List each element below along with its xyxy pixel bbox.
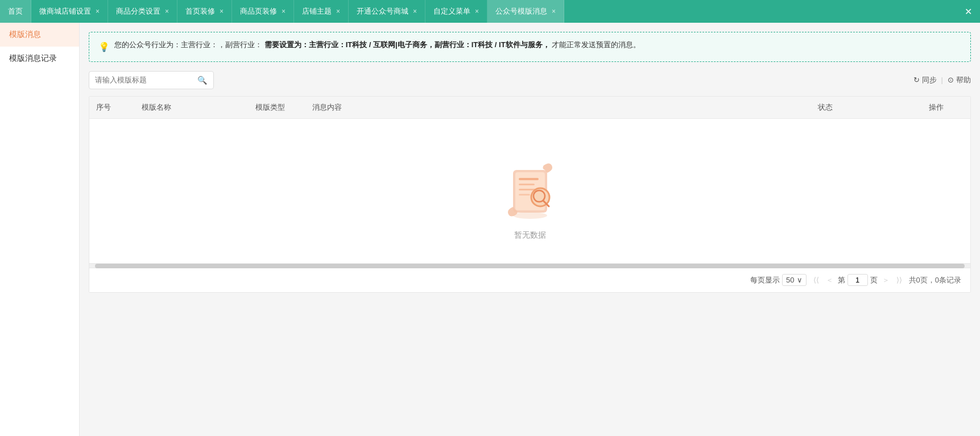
tab-product-decor-label: 商品页装修 bbox=[240, 6, 277, 16]
tab-template-msg[interactable]: 公众号模版消息 × bbox=[487, 0, 564, 23]
tab-template-msg-close-icon[interactable]: × bbox=[552, 7, 556, 15]
tab-home[interactable]: 首页 bbox=[0, 0, 31, 23]
tab-category-label: 商品分类设置 bbox=[116, 6, 160, 16]
notice-icon: 💡 bbox=[98, 40, 110, 55]
page-navigation: ⟨⟨ ＜ 第 页 ＞ ⟩⟩ bbox=[811, 274, 904, 286]
col-name: 模版名称 bbox=[135, 97, 249, 118]
col-type: 模版类型 bbox=[249, 97, 305, 118]
tab-shop-theme-close-icon[interactable]: × bbox=[336, 7, 340, 15]
tab-template-msg-label: 公众号模版消息 bbox=[495, 6, 547, 16]
pagination: 每页显示 50 ∨ ⟨⟨ ＜ 第 页 ＞ ⟩⟩ 共0页，0条记录 bbox=[89, 268, 970, 292]
empty-state: 暂无数据 bbox=[89, 119, 970, 263]
svg-rect-3 bbox=[519, 178, 539, 180]
tab-open-mall-label: 开通公众号商城 bbox=[357, 6, 408, 16]
tab-custom-menu-label: 自定义菜单 bbox=[433, 6, 470, 16]
col-content: 消息内容 bbox=[305, 97, 811, 118]
tab-home-decor-close-icon[interactable]: × bbox=[220, 7, 224, 15]
page-unit: 页 bbox=[870, 275, 878, 285]
tab-wsc-settings[interactable]: 微商城店铺设置 × bbox=[31, 0, 108, 23]
notice-text: 您的公众号行业为：主营行业：，副营行业： 需要设置为：主营行业：IT科技 / 互… bbox=[114, 39, 640, 51]
content-area: 💡 您的公众号行业为：主营行业：，副营行业： 需要设置为：主营行业：IT科技 /… bbox=[80, 23, 980, 436]
page-size-label: 每页显示 bbox=[750, 275, 780, 285]
sidebar: 模版消息 模版消息记录 bbox=[0, 23, 80, 436]
tab-custom-menu[interactable]: 自定义菜单 × bbox=[425, 0, 487, 23]
notice-prefix: 您的公众号行业为：主营行业：，副营行业： bbox=[114, 40, 262, 49]
sync-label: 同步 bbox=[922, 75, 937, 85]
svg-point-0 bbox=[513, 212, 547, 219]
tab-product-decor-close-icon[interactable]: × bbox=[282, 7, 286, 15]
search-bar: 🔍 ↻ 同步 | ⊙ 帮助 bbox=[89, 71, 971, 89]
tab-open-mall-close-icon[interactable]: × bbox=[413, 7, 417, 15]
tab-home-decor-label: 首页装修 bbox=[185, 6, 215, 16]
dropdown-chevron-icon: ∨ bbox=[797, 276, 803, 284]
notice-highlight: 需要设置为：主营行业：IT科技 / 互联网|电子商务，副营行业：IT科技 / I… bbox=[264, 40, 550, 49]
sidebar-item-template-record-label: 模版消息记录 bbox=[9, 53, 57, 63]
help-button[interactable]: ⊙ 帮助 bbox=[948, 75, 971, 85]
sidebar-item-template-msg-label: 模版消息 bbox=[9, 30, 41, 39]
sync-icon: ↻ bbox=[913, 76, 920, 84]
help-icon: ⊙ bbox=[948, 76, 954, 84]
search-icon[interactable]: 🔍 bbox=[197, 76, 207, 85]
table-header: 序号 模版名称 模版类型 消息内容 状态 操作 bbox=[89, 97, 970, 119]
empty-illustration bbox=[496, 153, 564, 221]
page-total: 共0页，0条记录 bbox=[909, 275, 961, 285]
tab-open-mall[interactable]: 开通公众号商城 × bbox=[349, 0, 425, 23]
svg-rect-6 bbox=[519, 194, 530, 196]
page-size-select: 每页显示 50 ∨ bbox=[750, 274, 806, 286]
tab-category-close-icon[interactable]: × bbox=[165, 7, 169, 15]
sync-button[interactable]: ↻ 同步 bbox=[913, 75, 937, 85]
tab-shop-theme[interactable]: 店铺主题 × bbox=[294, 0, 349, 23]
tab-bar-close-all[interactable]: ✕ bbox=[957, 6, 980, 17]
page-label: 第 bbox=[838, 275, 845, 285]
search-input-wrap[interactable]: 🔍 bbox=[89, 71, 214, 89]
first-page-button[interactable]: ⟨⟨ bbox=[811, 275, 821, 285]
help-label: 帮助 bbox=[956, 75, 971, 85]
notice-suffix: 才能正常发送预置的消息。 bbox=[552, 40, 640, 49]
prev-page-button[interactable]: ＜ bbox=[824, 274, 836, 286]
col-seq: 序号 bbox=[89, 97, 135, 118]
tab-custom-menu-close-icon[interactable]: × bbox=[475, 7, 479, 15]
page-input[interactable] bbox=[847, 274, 868, 286]
col-action: 操作 bbox=[902, 97, 970, 118]
tab-home-decor[interactable]: 首页装修 × bbox=[177, 0, 232, 23]
table-wrap: 序号 模版名称 模版类型 消息内容 状态 操作 bbox=[89, 96, 971, 293]
empty-text: 暂无数据 bbox=[514, 230, 546, 240]
main-layout: 模版消息 模版消息记录 💡 您的公众号行业为：主营行业：，副营行业： 需要设置为… bbox=[0, 23, 980, 436]
tab-wsc-label: 微商城店铺设置 bbox=[39, 6, 91, 16]
tab-bar: 首页 微商城店铺设置 × 商品分类设置 × 首页装修 × 商品页装修 × 店铺主… bbox=[0, 0, 980, 23]
tab-shop-theme-label: 店铺主题 bbox=[302, 6, 332, 16]
horizontal-scrollbar[interactable] bbox=[89, 263, 970, 268]
page-size-dropdown[interactable]: 50 ∨ bbox=[782, 274, 806, 286]
next-page-button[interactable]: ＞ bbox=[880, 274, 892, 286]
sidebar-item-template-msg[interactable]: 模版消息 bbox=[0, 23, 79, 47]
tab-product-decor[interactable]: 商品页装修 × bbox=[232, 0, 294, 23]
tab-product-category[interactable]: 商品分类设置 × bbox=[108, 0, 177, 23]
tab-wsc-close-icon[interactable]: × bbox=[96, 7, 100, 15]
page-size-value: 50 bbox=[786, 276, 794, 284]
divider: | bbox=[941, 76, 943, 84]
notice-banner: 💡 您的公众号行业为：主营行业：，副营行业： 需要设置为：主营行业：IT科技 /… bbox=[89, 32, 971, 62]
svg-rect-4 bbox=[519, 184, 535, 185]
scrollbar-thumb[interactable] bbox=[95, 264, 965, 268]
search-actions: ↻ 同步 | ⊙ 帮助 bbox=[913, 75, 971, 85]
search-input[interactable] bbox=[95, 76, 197, 84]
last-page-button[interactable]: ⟩⟩ bbox=[894, 275, 904, 285]
tab-home-label: 首页 bbox=[8, 6, 23, 16]
sidebar-item-template-record[interactable]: 模版消息记录 bbox=[0, 47, 79, 70]
col-status: 状态 bbox=[811, 97, 902, 118]
